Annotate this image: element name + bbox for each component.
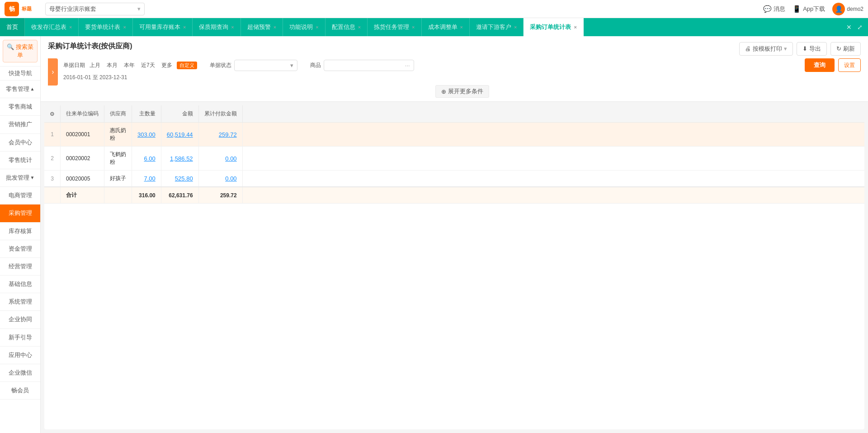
tab-overstock-alert-close[interactable]: × [274, 24, 276, 30]
nav-close-btn[interactable]: ✕ [844, 22, 854, 33]
wholesale-arrow: ▼ [30, 175, 35, 181]
tab-home[interactable]: 首页 [0, 18, 25, 36]
row2-num: 2 [44, 147, 61, 171]
nav-expand-btn[interactable]: ⤢ [855, 22, 864, 33]
goods-label: 商品 [310, 62, 321, 69]
tab-pickup-task-close[interactable]: × [412, 24, 415, 30]
app-download-button[interactable]: 📱 App下载 [793, 5, 825, 13]
row2-extra [242, 147, 864, 171]
custom-date-tag[interactable]: 自定义 [177, 62, 197, 69]
footer-paid: 259.72 [198, 187, 242, 204]
shortcut-more[interactable]: 更多 [160, 61, 174, 70]
row2-paid[interactable]: 0.00 [198, 147, 242, 171]
tab-invite-downstream-close[interactable]: × [514, 24, 517, 30]
tab-home-label: 首页 [6, 23, 18, 31]
sidebar-item-retail-mgmt[interactable]: 零售管理 ▲ [0, 81, 40, 98]
tab-purchase-stats-close[interactable]: × [574, 24, 576, 30]
search-icon: 🔍 [7, 43, 14, 50]
tab-receive-send[interactable]: 收发存汇总表 × [25, 18, 79, 36]
date-label: 单据日期 [63, 62, 85, 69]
sidebar-item-member-center[interactable]: 会员中心 [0, 134, 40, 152]
tab-purchase-stats[interactable]: 采购订单统计表 × [524, 18, 583, 36]
date-filter: 单据日期 上月 本月 本年 近7天 更多 自定义 [63, 61, 197, 70]
sidebar-item-wholesale-mgmt[interactable]: 批发管理 ▼ [0, 169, 40, 187]
row1-paid[interactable]: 259.72 [198, 123, 242, 147]
tab-receive-send-close[interactable]: × [69, 24, 72, 30]
status-arrow: ▾ [290, 62, 293, 69]
tab-available-stock[interactable]: 可用量库存账本 × [133, 18, 193, 36]
status-select[interactable]: ▾ [234, 60, 297, 71]
expand-more-button[interactable]: ⊕ 展开更多条件 [435, 85, 489, 98]
status-filter: 单据状态 ▾ [210, 60, 297, 71]
tab-order-stats-label: 要货单统计表 [85, 23, 120, 31]
tab-pickup-task[interactable]: 拣货任务管理 × [368, 18, 421, 36]
tab-func-desc-close[interactable]: × [316, 24, 318, 30]
tab-available-stock-close[interactable]: × [183, 24, 186, 30]
row1-extra [242, 123, 864, 147]
sidebar-item-finance-mgmt[interactable]: 资金管理 [0, 240, 40, 258]
user-profile[interactable]: 👤 demo2 [832, 3, 863, 15]
row1-amount[interactable]: 60,519.44 [161, 123, 198, 147]
tab-expiry-query-close[interactable]: × [231, 24, 234, 30]
header-right: 💬 消息 📱 App下载 👤 demo2 [763, 3, 863, 15]
tab-overstock-alert-label: 超储预警 [247, 23, 271, 31]
col-extra [242, 105, 864, 123]
row3-num: 3 [44, 171, 61, 187]
query-button[interactable]: 查询 [805, 58, 835, 72]
row1-qty[interactable]: 303.00 [132, 123, 161, 147]
export-button[interactable]: ⬇ 导出 [797, 42, 827, 56]
sidebar-item-enterprise-collab[interactable]: 企业协同 [0, 311, 40, 328]
sidebar-item-enterprise-wechat[interactable]: 企业微信 [0, 364, 40, 382]
sidebar-item-retail-mall[interactable]: 零售商城 [0, 98, 40, 116]
quick-nav-button[interactable]: 快捷导航 [0, 67, 40, 81]
sidebar-item-ecommerce-mgmt[interactable]: 电商管理 [0, 187, 40, 205]
expand-label: 展开更多条件 [448, 87, 483, 95]
row3-qty[interactable]: 7.00 [132, 171, 161, 187]
tab-available-stock-label: 可用量库存账本 [139, 23, 180, 31]
sidebar-item-basic-info[interactable]: 基础信息 [0, 276, 40, 293]
sidebar-item-operations-mgmt[interactable]: 经营管理 [0, 258, 40, 276]
shortcut-this-year[interactable]: 本年 [122, 61, 137, 70]
tab-func-desc[interactable]: 功能说明 × [283, 18, 325, 36]
sidebar-item-member[interactable]: 畅会员 [0, 382, 40, 400]
tab-invite-downstream-label: 邀请下游客户 [476, 23, 511, 31]
tab-order-stats-close[interactable]: × [123, 24, 126, 30]
goods-input[interactable]: ··· [324, 60, 414, 71]
sidebar-item-marketing[interactable]: 营销推广 [0, 116, 40, 133]
row2-amount[interactable]: 1,586.52 [161, 147, 198, 171]
tab-config-info-close[interactable]: × [358, 24, 361, 30]
sidebar-item-app-center[interactable]: 应用中心 [0, 347, 40, 364]
user-avatar: 👤 [832, 3, 845, 15]
tab-invite-downstream[interactable]: 邀请下游客户 × [470, 18, 524, 36]
nav-tabs: 首页 收发存汇总表 × 要货单统计表 × 可用量库存账本 × 保质期查询 × 超… [0, 18, 868, 36]
tab-config-info[interactable]: 配置信息 × [326, 18, 368, 36]
tab-cost-adjust[interactable]: 成本调整单 × [422, 18, 470, 36]
data-table-container: ⚙ 往来单位编码 供应商 主数量 金额 累计付款金额 1 00020001 惠氏… [44, 105, 864, 429]
row2-qty[interactable]: 6.00 [132, 147, 161, 171]
row3-paid[interactable]: 0.00 [198, 171, 242, 187]
sidebar-item-retail-stats[interactable]: 零售统计 [0, 152, 40, 169]
sidebar-item-purchase-mgmt[interactable]: 采购管理 [0, 205, 40, 222]
col-settings[interactable]: ⚙ [44, 105, 61, 123]
search-menu-button[interactable]: 🔍 搜索菜单 [3, 40, 38, 62]
sidebar-item-system-mgmt[interactable]: 系统管理 [0, 293, 40, 311]
tab-cost-adjust-close[interactable]: × [460, 24, 463, 30]
table-row: 1 00020001 惠氏奶粉 303.00 60,519.44 259.72 [44, 123, 864, 147]
shortcut-7days[interactable]: 近7天 [139, 61, 157, 70]
collapse-panel-button[interactable]: › [48, 58, 58, 86]
message-button[interactable]: 💬 消息 [763, 5, 785, 13]
sidebar-item-new-guide[interactable]: 新手引导 [0, 329, 40, 347]
workspace-selector[interactable]: 母婴行业演示账套 ▾ [45, 3, 145, 15]
shortcut-last-month[interactable]: 上月 [88, 61, 102, 70]
print-button[interactable]: 🖨 按模板打印 ▾ [739, 42, 793, 56]
export-icon: ⬇ [802, 45, 807, 52]
tab-expiry-query[interactable]: 保质期查询 × [193, 18, 241, 36]
settings-button[interactable]: 设置 [838, 58, 861, 72]
row3-amount[interactable]: 525.80 [161, 171, 198, 187]
refresh-button[interactable]: ↻ 刷新 [830, 42, 861, 56]
tab-overstock-alert[interactable]: 超储预警 × [241, 18, 283, 36]
shortcut-this-month[interactable]: 本月 [105, 61, 119, 70]
status-label: 单据状态 [210, 62, 231, 69]
tab-order-stats[interactable]: 要货单统计表 × [79, 18, 132, 36]
sidebar-item-stock-check[interactable]: 库存核算 [0, 223, 40, 240]
